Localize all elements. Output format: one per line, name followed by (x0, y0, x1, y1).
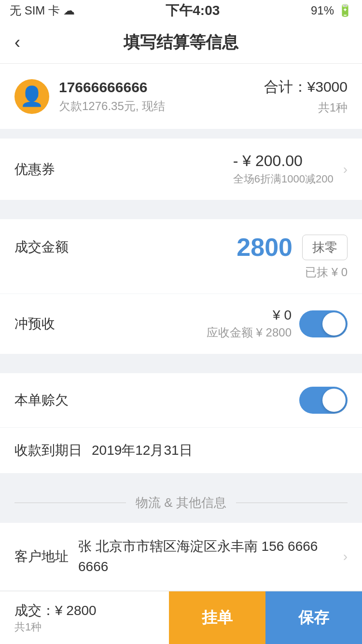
save-button[interactable]: 保存 (265, 591, 362, 644)
page-title: 填写结算等信息 (124, 31, 238, 54)
address-label: 客户地址 (14, 547, 69, 566)
divider-line-left (14, 503, 126, 503)
battery-status: 91% (311, 4, 334, 17)
total-label: 合计： (264, 79, 307, 95)
precollect-right: ¥ 0 应收金额 ¥ 2800 (207, 308, 348, 340)
precollect-label: 冲预收 (14, 315, 55, 333)
nav-bar: ‹ 填写结算等信息 (0, 21, 362, 64)
debt-toggle-knob (322, 389, 346, 412)
bottom-count: 共1种 (14, 620, 154, 634)
amount-value: 2800 (237, 233, 292, 262)
amount-label: 成交金额 (14, 238, 69, 256)
customer-right: 合计：¥3000 共1种 (264, 77, 348, 115)
duedate-value: 2019年12月31日 (92, 441, 193, 460)
amount-section: 成交金额 2800 抹零 已抹 ¥ 0 (0, 219, 362, 294)
coupon-amount: - ¥ 200.00 (233, 152, 334, 170)
debt-toggle[interactable] (299, 387, 348, 414)
total-value: ¥3000 (307, 79, 348, 95)
coupon-label: 优惠券 (14, 160, 55, 179)
duedate-section: 收款到期日 2019年12月31日 (0, 427, 362, 473)
precollect-sub: 应收金额 ¥ 2800 (207, 325, 292, 340)
total-count: 共1种 (264, 100, 348, 115)
amount-right: 2800 抹零 (237, 233, 348, 262)
debt-section: 本单赊欠 (0, 373, 362, 427)
bottom-amount: ¥ 2800 (55, 603, 97, 618)
status-right: 91% 🔋 (311, 4, 352, 17)
avatar-icon: 👤 (20, 85, 44, 108)
logistics-divider: 物流 & 其他信息 (0, 483, 362, 523)
duedate-label: 收款到期日 (14, 441, 82, 460)
bottom-transaction: 成交：¥ 2800 (14, 602, 154, 620)
address-value: 张 北京市市辖区海淀区永丰南 156 6666 6666 (78, 536, 338, 577)
divider-line-right (236, 503, 348, 503)
coupon-right: - ¥ 200.00 全场6折满1000减200 › (233, 152, 348, 186)
hang-single-button[interactable]: 挂单 (169, 591, 265, 644)
bottom-transaction-label: 成交： (14, 603, 55, 618)
customer-left: 👤 17666666666 欠款1276.35元, 现结 (14, 79, 165, 114)
address-chevron-icon: › (343, 549, 348, 564)
back-button[interactable]: ‹ (14, 32, 20, 53)
status-bar: 无 SIM 卡 ☁ 下午4:03 91% 🔋 (0, 0, 362, 21)
precollect-section: 冲预收 ¥ 0 应收金额 ¥ 2800 (0, 294, 362, 354)
section-divider-2 (0, 354, 362, 364)
battery-icon: 🔋 (338, 4, 352, 17)
address-section[interactable]: 客户地址 张 北京市市辖区海淀区永丰南 156 6666 6666 › (0, 523, 362, 590)
logistics-label: 物流 & 其他信息 (136, 494, 226, 511)
precollect-toggle[interactable] (299, 310, 348, 337)
customer-info: 17666666666 欠款1276.35元, 现结 (59, 79, 165, 114)
customer-sub: 欠款1276.35元, 现结 (59, 98, 165, 114)
status-time: 下午4:03 (166, 1, 220, 20)
sim-status: 无 SIM 卡 ☁ (10, 3, 75, 18)
precollect-amount: ¥ 0 (207, 308, 292, 323)
precollect-row: 冲预收 ¥ 0 应收金额 ¥ 2800 (14, 308, 348, 340)
section-divider-1 (0, 210, 362, 219)
amount-sub: 已抹 ¥ 0 (14, 265, 348, 280)
total-amount: 合计：¥3000 (264, 77, 348, 97)
coupon-chevron-icon: › (343, 162, 348, 177)
avatar: 👤 (14, 79, 49, 114)
coupon-desc: 全场6折满1000减200 (233, 172, 334, 186)
coupon-row[interactable]: 优惠券 - ¥ 200.00 全场6折满1000减200 › (0, 139, 362, 200)
customer-card: 👤 17666666666 欠款1276.35元, 现结 合计：¥3000 共1… (0, 64, 362, 129)
round-button[interactable]: 抹零 (302, 235, 348, 260)
content-area: 👤 17666666666 欠款1276.35元, 现结 合计：¥3000 共1… (0, 64, 362, 644)
debt-label: 本单赊欠 (14, 391, 69, 409)
customer-phone: 17666666666 (59, 79, 165, 96)
bottom-summary: 成交：¥ 2800 共1种 (0, 602, 169, 634)
bottom-bar: 成交：¥ 2800 共1种 挂单 保存 (0, 591, 362, 644)
status-left: 无 SIM 卡 ☁ (10, 3, 75, 18)
toggle-knob (322, 312, 346, 336)
amount-row: 成交金额 2800 抹零 (14, 233, 348, 262)
